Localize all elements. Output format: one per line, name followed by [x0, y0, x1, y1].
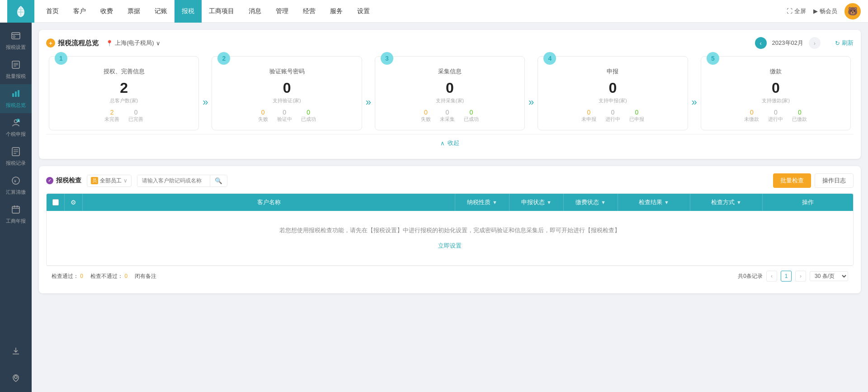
member-label: 畅会员: [820, 7, 837, 15]
fullscreen-btn[interactable]: ⛶ 全屏: [787, 7, 806, 15]
step-card-5: 5 缴款 0 支持缴款(家) 0 未缴款 0 进行中 0 已缴款: [701, 56, 851, 130]
next-page-btn[interactable]: ›: [795, 271, 806, 282]
filter-icon-4: ▼: [664, 200, 669, 205]
refresh-btn[interactable]: ↻ 刷新: [835, 39, 854, 47]
step-stat: 0 失败: [421, 109, 431, 123]
step-title-5: 缴款: [707, 67, 845, 76]
footer-right: 共0条记录 ‹ 1 › 30 条/页 50 条/页 100 条/页: [738, 271, 848, 282]
filter-icon: ▼: [492, 200, 497, 205]
location-tag[interactable]: 📍 上海(电子税局) ∨: [106, 39, 160, 47]
top-menu-item-记账[interactable]: 记账: [147, 0, 175, 23]
step-stats-4: 0 未申报 0 进行中 0 已申报: [543, 109, 682, 123]
step-stats-1: 2 未完善 0 已完善: [55, 109, 193, 123]
step-title-2: 验证账号密码: [217, 67, 356, 76]
chevron-down-icon: ∨: [156, 40, 160, 47]
date-display: 2023年02月: [772, 39, 803, 47]
svg-rect-9: [18, 90, 19, 97]
fail-count[interactable]: 0: [124, 273, 127, 279]
date-next-btn[interactable]: ›: [809, 37, 821, 49]
prev-page-btn[interactable]: ‹: [766, 271, 777, 282]
operation-log-btn[interactable]: 操作日志: [815, 173, 854, 188]
th-tax-nature[interactable]: 纳税性质 ▼: [455, 194, 509, 211]
member-btn[interactable]: ▶ 畅会员: [813, 7, 837, 15]
date-prev-btn[interactable]: ‹: [755, 37, 767, 49]
step-count-4: 0: [543, 79, 682, 96]
steps-container: 1 授权、完善信息 2 总客户数(家) 2 未完善 0 已完善 » 2 验证账号…: [46, 56, 854, 130]
gear-icon[interactable]: ⚙: [71, 199, 76, 206]
top-menu-item-首页[interactable]: 首页: [39, 0, 66, 23]
step-badge-2: 2: [217, 52, 230, 65]
top-menu-item-消息[interactable]: 消息: [241, 0, 269, 23]
overview-title: + 报税流程总览: [46, 38, 99, 48]
filter-icon-5: ▼: [736, 200, 741, 205]
svg-rect-7: [12, 93, 14, 97]
th-check-result[interactable]: 检查结果 ▼: [618, 194, 690, 211]
step-stat: 0 验证中: [277, 109, 292, 123]
th-check-method[interactable]: 检查方式 ▼: [690, 194, 763, 211]
sidebar-item-annual-report[interactable]: 工商年报: [0, 200, 32, 229]
sidebar-item-personal-report[interactable]: 人 个税申报: [0, 113, 32, 142]
sidebar-bottom: [9, 338, 22, 392]
tax-check-card: ✓ 报税检查 员 全部员工 ∨ 🔍 批量检查 操作日志: [39, 166, 861, 293]
sidebar-label-annual-report: 工商年报: [6, 218, 26, 225]
table-body: 若您想使用报税检查功能，请先在【报税设置】中进行报税的初始化设置，完成密码验证和…: [47, 211, 853, 265]
step-stats-2: 0 失败 0 验证中 0 已成功: [217, 109, 356, 123]
step-badge-1: 1: [55, 52, 67, 65]
batch-check-btn[interactable]: 批量检查: [773, 173, 811, 188]
top-nav: 首页客户收费票据记账报税工商项目消息管理经营服务设置 ⛶ 全屏 ▶ 畅会员 🐻: [0, 0, 868, 23]
sidebar-item-download[interactable]: [9, 338, 22, 365]
collapse-icon: ∧: [440, 140, 445, 147]
top-menu-item-报税[interactable]: 报税: [175, 0, 202, 23]
top-menu-item-服务[interactable]: 服务: [323, 0, 350, 23]
personal-report-icon: 人: [11, 118, 21, 129]
download-icon: [11, 346, 20, 357]
search-btn[interactable]: 🔍: [210, 175, 227, 186]
sidebar-item-tax-overview[interactable]: 报税总览: [0, 84, 32, 113]
sidebar-item-clearing[interactable]: ¥ 汇算清缴: [0, 171, 32, 200]
top-menu-item-设置[interactable]: 设置: [350, 0, 377, 23]
step-subtitle-3: 支持采集(家): [381, 97, 519, 104]
step-subtitle-4: 支持申报(家): [543, 97, 682, 104]
svg-rect-8: [15, 91, 17, 97]
step-subtitle-2: 支持验证(家): [217, 97, 356, 104]
collapse-btn[interactable]: ∧ 收起: [46, 134, 854, 152]
pass-count[interactable]: 0: [80, 273, 83, 279]
step-card-2: 2 验证账号密码 0 支持验证(家) 0 失败 0 验证中 0 已成功: [212, 56, 362, 130]
sidebar-item-batch-tax[interactable]: 批量报税: [0, 55, 32, 84]
top-menu-item-客户[interactable]: 客户: [66, 0, 93, 23]
top-menu-item-经营[interactable]: 经营: [296, 0, 323, 23]
sidebar-item-tax-records[interactable]: 报税记录: [0, 142, 32, 171]
step-count-1: 2: [55, 79, 193, 96]
search-input[interactable]: [137, 175, 210, 186]
top-menu-item-票据[interactable]: 票据: [120, 0, 147, 23]
top-menu-item-收费[interactable]: 收费: [93, 0, 120, 23]
step-count-3: 0: [381, 79, 519, 96]
sidebar-item-tax-settings[interactable]: 报税设置: [0, 26, 32, 55]
top-menu-item-工商项目[interactable]: 工商项目: [202, 0, 241, 23]
th-pay-status[interactable]: 缴费状态 ▼: [564, 194, 618, 211]
action-btns: 批量检查 操作日志: [773, 173, 854, 188]
per-page-select[interactable]: 30 条/页 50 条/页 100 条/页: [810, 271, 848, 281]
step-stat: 0 已申报: [629, 109, 644, 123]
filter-icon-3: ▼: [601, 200, 606, 205]
tax-settings-icon: [11, 31, 21, 42]
employee-filter[interactable]: 员 全部员工 ∨: [87, 175, 132, 187]
sidebar-item-location[interactable]: [9, 365, 22, 392]
th-report-status[interactable]: 申报状态 ▼: [509, 194, 564, 211]
svg-rect-2: [13, 36, 15, 38]
overview-card: + 报税流程总览 📍 上海(电子税局) ∨ ‹ 2023年02月 › ↻ 刷新 …: [39, 30, 861, 159]
top-menu-item-管理[interactable]: 管理: [269, 0, 296, 23]
date-nav: ‹ 2023年02月 ›: [755, 37, 821, 49]
step-arrow-4: »: [691, 74, 698, 130]
step-arrow-1: »: [202, 74, 209, 130]
fullscreen-icon: ⛶: [787, 8, 793, 14]
step-count-2: 0: [217, 79, 356, 96]
table-footer: 检查通过： 0 检查不通过： 0 闭有备注 共0条记录 ‹ 1 › 30 条/页…: [46, 266, 854, 286]
step-title-1: 授权、完善信息: [55, 67, 193, 76]
step-stat: 0 进行中: [605, 109, 620, 123]
plus-icon: +: [46, 38, 55, 48]
setup-link[interactable]: 立即设置: [279, 240, 620, 252]
sidebar-label-tax-records: 报税记录: [6, 160, 26, 167]
step-subtitle-1: 总客户数(家): [55, 97, 193, 104]
select-all-checkbox[interactable]: [52, 199, 59, 206]
